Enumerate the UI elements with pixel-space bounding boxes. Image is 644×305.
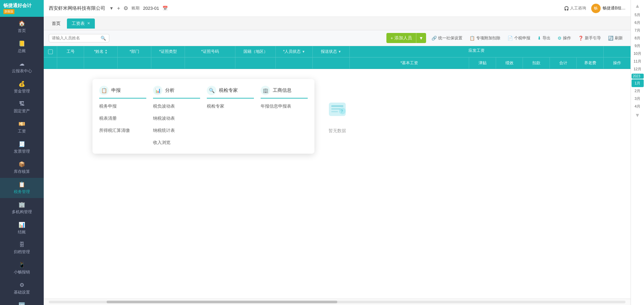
sidebar: 畅捷通好会计 旗舰版 🏠首页📒总账☁云报表中心💰资金管理🏗固定资产💴工资🧾发票管… xyxy=(0,0,44,305)
business-info-icon: 🏢 xyxy=(261,86,270,95)
report-filter-icon[interactable]: ▼ xyxy=(338,50,341,53)
name-sort-arrows[interactable]: ▲▼ xyxy=(105,49,107,54)
table-header: 工号 *姓名 ▲▼ *部门 *证照类型 *证照号码 国籍（地区） xyxy=(44,46,631,69)
dropdown-item-tax-payment[interactable]: 纳税波动表 xyxy=(153,114,200,123)
dropdown-item-tax-form[interactable]: 税表清册 xyxy=(99,114,146,123)
tab-salary[interactable]: 工资表 ✕ xyxy=(67,18,95,29)
dropdown-item-tax-stats[interactable]: 纳税统计表 xyxy=(153,126,200,135)
header-checkbox[interactable] xyxy=(48,49,53,54)
month-item-10-before[interactable]: 10月 xyxy=(632,50,644,58)
guide-label: 新手引导 xyxy=(585,35,601,41)
month-item-1-after[interactable]: 1月 xyxy=(632,79,644,87)
sidebar-label-home: 首页 xyxy=(18,28,26,34)
special-deduct-icon: 📋 xyxy=(469,36,475,41)
toolbar-action-tax-report[interactable]: 📄个税申报 xyxy=(505,34,533,42)
mini-sales-icon: 📱 xyxy=(18,262,25,268)
operations-label: 操作 xyxy=(563,35,571,41)
dropdown-item-tax-declare[interactable]: 税务申报 xyxy=(99,102,146,111)
salary-toolbar: 🔍 + 添加人员 ▼ 🔗统一社保设置📋专项附加扣除📄个税申报⬇导出⚙操作❓新手引… xyxy=(44,30,631,46)
th-wage-group: 应发工资 xyxy=(350,46,604,57)
month-item-5-before[interactable]: 5月 xyxy=(632,11,644,19)
toolbar-action-operations[interactable]: ⚙操作 xyxy=(555,34,574,42)
empty-text: 暂无数据 xyxy=(329,128,346,134)
tax-expert-icon: 🔍 xyxy=(207,86,216,95)
dropdown-item-annual-report[interactable]: 年报信息申报表 xyxy=(261,102,308,111)
dropdown-item-tax-check[interactable]: 税检专家 xyxy=(207,102,254,111)
tab-home[interactable]: 首页 xyxy=(47,18,65,29)
status-filter-icon[interactable]: ▼ xyxy=(302,50,305,53)
sidebar-item-new-guide[interactable]: 🆕新手引导 xyxy=(0,299,44,305)
toolbar-action-special-deduct[interactable]: 📋专项附加扣除 xyxy=(467,34,503,42)
scrollbar-thumb[interactable] xyxy=(107,301,337,303)
tab-close-icon[interactable]: ✕ xyxy=(87,21,90,26)
th-name: *姓名 ▲▼ xyxy=(84,46,118,57)
sidebar-item-archive[interactable]: 🗄归档管理 xyxy=(0,238,44,258)
sidebar-item-close[interactable]: 📊结账 xyxy=(0,218,44,238)
period-calendar-icon[interactable]: 📅 xyxy=(162,6,168,11)
guide-icon: ❓ xyxy=(578,36,583,41)
add-person-dropdown-button[interactable]: ▼ xyxy=(416,33,426,43)
main-content: 西安虾米网络科技有限公司 ▼ + ⚙ 账期 2023-01 📅 🎧 人工咨询 畅… xyxy=(44,0,631,305)
month-item-8-before[interactable]: 8月 xyxy=(632,34,644,42)
invoice-icon: 🧾 xyxy=(18,141,25,147)
add-company-icon[interactable]: + xyxy=(117,5,120,11)
th-id-num: *证照号码 xyxy=(185,46,235,57)
sidebar-item-fixed-assets[interactable]: 🏗固定资产 xyxy=(0,98,44,117)
sidebar-item-salary[interactable]: 💴工资 xyxy=(0,117,44,138)
sidebar-item-mini-sales[interactable]: 📱小畅报销 xyxy=(0,258,44,278)
toolbar-actions: + 添加人员 ▼ 🔗统一社保设置📋专项附加扣除📄个税申报⬇导出⚙操作❓新手引导🔄… xyxy=(386,33,626,43)
dropdown-item-tax-burden[interactable]: 税负波动表 xyxy=(153,102,200,111)
scrollbar-track xyxy=(49,301,626,303)
month-item-2-after[interactable]: 2月 xyxy=(632,87,644,95)
salary-tab-label: 工资表 xyxy=(72,21,85,27)
edition-badge: 旗舰版 xyxy=(3,9,14,14)
company-dropdown-icon[interactable]: ▼ xyxy=(109,6,114,11)
sidebar-item-fund[interactable]: 💰资金管理 xyxy=(0,77,44,98)
month-item-12-before[interactable]: 12月 xyxy=(632,65,644,73)
topbar-right: 🎧 人工咨询 畅 畅捷通B组… xyxy=(564,4,626,13)
sidebar-item-multi-org[interactable]: 🏢多机构管理 xyxy=(0,198,44,218)
sidebar-item-tax[interactable]: 📋税务管理 xyxy=(0,178,44,198)
sidebar-item-ledger[interactable]: 📒总账 xyxy=(0,37,44,57)
dropdown-section-header-analysis: 📊分析 xyxy=(153,86,200,99)
month-item-7-before[interactable]: 7月 xyxy=(632,27,644,34)
th-checkbox[interactable] xyxy=(44,46,57,57)
user-menu[interactable]: 畅 畅捷通B组… xyxy=(591,4,626,13)
service-button[interactable]: 🎧 人工咨询 xyxy=(564,5,586,11)
month-item-6-before[interactable]: 6月 xyxy=(632,19,644,27)
sidebar-item-home[interactable]: 🏠首页 xyxy=(0,17,44,37)
sidebar-item-cloud-report[interactable]: ☁云报表中心 xyxy=(0,57,44,77)
toolbar-action-social-security[interactable]: 🔗统一社保设置 xyxy=(429,34,465,42)
toolbar-action-guide[interactable]: ❓新手引导 xyxy=(575,34,604,42)
month-item-3-after[interactable]: 3月 xyxy=(632,95,644,103)
fixed-assets-icon: 🏗 xyxy=(19,101,25,107)
dropdown-item-income-summary[interactable]: 所得税汇算清缴 xyxy=(99,126,146,135)
th-status: *人员状态 ▼ xyxy=(276,46,313,57)
dropdown-section-title-declaration: 申报 xyxy=(111,87,121,93)
panel-scroll-up-button[interactable]: ▲ xyxy=(634,2,642,10)
table-header-row2: *基本工资 津贴 绩效 扣款 合计 养老费 操作 xyxy=(44,58,631,69)
sidebar-label-archive: 归档管理 xyxy=(14,249,30,255)
search-input[interactable] xyxy=(52,36,99,40)
settings-icon[interactable]: ⚙ xyxy=(123,5,128,11)
svg-text:?: ? xyxy=(341,109,343,114)
svg-rect-2 xyxy=(331,108,341,110)
month-item-4-after[interactable]: 4月 xyxy=(632,103,644,110)
tax-icon: 📋 xyxy=(18,181,25,188)
period-value: 2023-01 xyxy=(143,6,159,11)
dropdown-section-header-tax-expert: 🔍税检专家 xyxy=(207,86,254,99)
sidebar-label-salary: 工资 xyxy=(18,128,26,134)
dropdown-section-header-declaration: 📋申报 xyxy=(99,86,146,99)
add-person-button[interactable]: + 添加人员 xyxy=(386,33,416,43)
salary-icon: 💴 xyxy=(18,121,25,127)
sidebar-item-invoice[interactable]: 🧾发票管理 xyxy=(0,138,44,158)
panel-scroll-down-button[interactable]: ▼ xyxy=(634,111,642,120)
toolbar-action-export[interactable]: ⬇导出 xyxy=(535,34,553,42)
sidebar-item-basic[interactable]: ⚙基础设置 xyxy=(0,278,44,299)
month-item-9-before[interactable]: 9月 xyxy=(632,42,644,50)
sidebar-label-fund: 资金管理 xyxy=(14,88,30,94)
dropdown-item-income-browse[interactable]: 收入浏览 xyxy=(153,138,200,147)
toolbar-action-refresh[interactable]: 🔄刷新 xyxy=(605,34,626,42)
sidebar-item-inventory[interactable]: 📦库存核算 xyxy=(0,158,44,178)
month-item-11-before[interactable]: 11月 xyxy=(632,58,644,65)
